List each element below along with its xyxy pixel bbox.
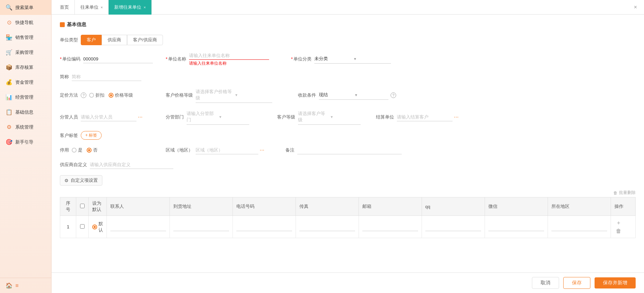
customer-price-select[interactable]: 请选择客户价格等级 ▼	[196, 87, 272, 103]
disabled-radio-group: 是 否	[72, 147, 97, 153]
row-checkbox[interactable]	[80, 224, 85, 229]
remark-input[interactable]	[297, 146, 402, 154]
type-btn-customer[interactable]: 客户	[81, 35, 102, 45]
th-email: 邮箱	[359, 197, 422, 216]
disabled-no-label: 否	[93, 147, 97, 153]
code-group: 单位编码	[60, 55, 157, 63]
email-input[interactable]	[362, 223, 418, 231]
sidebar-item-system[interactable]: ⚙ 系统管理	[0, 120, 51, 135]
sidebar-item-guide[interactable]: 🎯 新手引导	[0, 135, 51, 149]
row-default-radio[interactable]: 默认	[92, 221, 103, 233]
manager-input[interactable]	[81, 113, 136, 121]
sidebar-item-finance[interactable]: 💰 资金管理	[0, 75, 51, 90]
payment-select[interactable]: 现结 ▼	[319, 90, 388, 100]
customer-price-placeholder: 请选择客户价格等级	[196, 89, 233, 101]
region-more-btn[interactable]: ···	[258, 147, 266, 153]
sidebar-item-purchase[interactable]: 🛒 采购管理	[0, 45, 51, 60]
code-input[interactable]	[83, 55, 153, 63]
section-title-text: 基本信息	[67, 22, 86, 28]
row-add-btn[interactable]: ＋	[614, 219, 623, 227]
pricing-radio-discount[interactable]: 折扣	[89, 92, 104, 98]
sidebar-item-operations[interactable]: 📊 经营管理	[0, 90, 51, 105]
main-content: 首页 往来单位 × 新增往来单位 × × 基本信息 单位类型 客户 供应商 客户…	[52, 0, 644, 293]
row-address	[170, 216, 233, 238]
disabled-radio-yes[interactable]: 是	[72, 147, 83, 153]
customer-level-select[interactable]: 请选择客户等级 ▼	[298, 109, 361, 125]
dept-select[interactable]: 请输入分管部门 ▼	[187, 109, 249, 125]
address-input[interactable]	[173, 223, 229, 231]
th-area: 所在地区	[548, 197, 611, 216]
window-close-button[interactable]: ×	[630, 4, 641, 10]
th-qq: qq	[422, 197, 485, 216]
settlement-input[interactable]	[397, 113, 453, 121]
row-email	[359, 216, 422, 238]
tab-home[interactable]: 首页	[54, 0, 75, 15]
supplier-custom-group: 供应商自定义	[60, 161, 173, 169]
wechat-input[interactable]	[488, 223, 544, 231]
sales-icon: 🏪	[6, 34, 13, 41]
name-input[interactable]	[189, 51, 269, 60]
select-all-checkbox[interactable]	[80, 204, 85, 208]
tab-new-partner-close[interactable]: ×	[143, 5, 146, 9]
contact-input[interactable]	[110, 223, 166, 231]
save-button[interactable]: 保存	[563, 277, 590, 289]
th-action: 操作	[611, 197, 635, 216]
action-bar: 取消 保存 保存并新增	[52, 272, 644, 293]
custom-settings-button[interactable]: ⚙ 自定义项设置	[60, 175, 102, 186]
tab-partners-close[interactable]: ×	[101, 5, 103, 9]
sidebar-item-label: 资金管理	[15, 79, 33, 86]
sidebar-item-inventory[interactable]: 📦 库存核算	[0, 60, 51, 75]
phone-input[interactable]	[236, 223, 292, 231]
tab-partners-label: 往来单位	[80, 4, 99, 10]
pricing-radio-level[interactable]: 价格等级	[109, 92, 133, 98]
purchase-icon: 🛒	[6, 49, 13, 56]
settlement-label: 结算单位	[376, 114, 394, 120]
add-tag-button[interactable]: + 标签	[81, 131, 102, 140]
settlement-more-btn[interactable]: ···	[453, 114, 460, 120]
payment-label: 收款条件	[298, 92, 316, 98]
pricing-level-label: 价格等级	[115, 92, 133, 98]
cancel-button[interactable]: 取消	[532, 277, 559, 289]
shortname-input[interactable]	[72, 73, 141, 81]
customer-price-group: 客户价格等级 请选择客户价格等级 ▼	[166, 87, 284, 103]
manager-group: 分管人员 ···	[60, 113, 157, 121]
sidebar-item-search[interactable]: 🔍 搜索菜单	[0, 0, 51, 15]
system-icon: ⚙	[6, 124, 13, 130]
region-group: 区域（地区） ···	[166, 146, 277, 154]
region-input[interactable]	[196, 146, 258, 154]
fax-input[interactable]	[299, 223, 355, 231]
sidebar-item-basic-info[interactable]: 📋 基础信息	[0, 105, 51, 120]
row-qq	[422, 216, 485, 238]
category-group: 单位分类 未分类 ▼	[291, 54, 391, 64]
category-select[interactable]: 未分类 ▼	[314, 54, 391, 64]
row-area	[548, 216, 611, 238]
row-delete-btn[interactable]: 🗑	[614, 227, 623, 235]
dept-placeholder: 请输入分管部门	[187, 111, 217, 123]
sidebar-item-label: 采购管理	[15, 49, 33, 56]
quick-nav-icon: ⊙	[6, 19, 13, 26]
sidebar-item-label: 基础信息	[15, 109, 33, 115]
tags-label: 客户标签	[60, 132, 78, 139]
menu-icon: ≡	[15, 283, 18, 289]
sidebar-item-label: 快捷导航	[15, 19, 33, 26]
supplier-custom-input[interactable]	[90, 161, 173, 169]
sidebar-item-sales[interactable]: 🏪 销售管理	[0, 30, 51, 45]
payment-help-icon[interactable]: ?	[391, 92, 396, 98]
save-new-button[interactable]: 保存并新增	[595, 277, 636, 288]
row-action-cell: ＋ 🗑	[611, 216, 635, 238]
th-address: 到货地址	[170, 197, 233, 216]
tab-partners[interactable]: 往来单位 ×	[75, 0, 109, 15]
qq-input[interactable]	[425, 223, 481, 231]
area-input[interactable]	[551, 223, 607, 231]
operations-icon: 📊	[6, 94, 13, 100]
type-btn-supplier[interactable]: 供应商	[102, 35, 127, 45]
name-label: 单位名称	[166, 56, 186, 62]
disabled-radio-no[interactable]: 否	[87, 147, 97, 153]
type-btn-both[interactable]: 客户/供应商	[127, 35, 163, 45]
sidebar-item-quick-nav[interactable]: ⊙ 快捷导航	[0, 15, 51, 30]
batch-delete-label[interactable]: 批量删除	[619, 190, 636, 196]
manager-more-btn[interactable]: ···	[136, 114, 144, 120]
tab-new-partner[interactable]: 新增往来单位 ×	[109, 0, 151, 15]
pricing-help-icon[interactable]: ?	[81, 92, 86, 98]
dept-group: 分管部门 请输入分管部门 ▼	[166, 109, 263, 125]
